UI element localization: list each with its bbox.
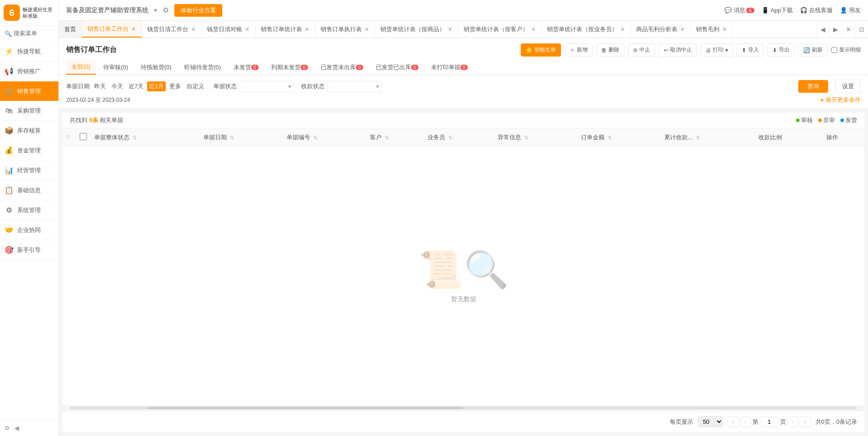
subtab-wangpu[interactable]: 旺铺待发货(0) [179,61,226,74]
subtab-shipped-not-out[interactable]: 已发货未出库0 [315,61,369,74]
smart-create-button[interactable]: ⭐ 智能生单 [521,43,561,57]
count-number: 0条 [89,117,98,123]
sidebar-item-marketing[interactable]: 📢 营销推广 [0,62,58,81]
scrollbar-thumb[interactable] [149,407,464,409]
delete-button[interactable]: 🗑 删除 [596,43,624,57]
subtab-unprinted[interactable]: 未打印单据0 [426,61,473,74]
page-input[interactable] [760,417,778,427]
tab-sales-exec[interactable]: 销售订单执行表 ✕ [315,21,375,38]
import-button[interactable]: ⬆ 导入 [737,43,764,57]
sidebar-item-sales[interactable]: 🛒 销售管理 [0,81,58,101]
th-status[interactable]: 单据整体状态 ⇅ [91,128,200,147]
search-button[interactable]: 查询 [798,80,828,93]
tab-close-icon[interactable]: ✕ [448,26,452,33]
tab-close-icon[interactable]: ✕ [722,26,727,33]
sidebar-item-guide[interactable]: 🎯 新手引导 [0,240,58,260]
topbar-gear-icon[interactable]: ⚙ [163,6,169,14]
date-link-yesterday[interactable]: 昨天 [92,81,108,91]
topbar-dropdown-arrow[interactable]: ▾ [154,7,157,14]
new-button[interactable]: ＋ 新增 [565,43,593,57]
sidebar-item-base[interactable]: 📋 基础信息 [0,180,58,200]
tab-sales-by-product[interactable]: 销货单统计表（按商品） ✕ [375,21,458,38]
tab-sales-workbench[interactable]: 销售订单工作台 ✕ [82,21,142,38]
tab-close-icon[interactable]: ✕ [305,26,309,33]
system-icon: ⚙ [5,206,14,214]
ship-action-button[interactable]: 发货 [840,116,857,124]
tab-close-icon[interactable]: ✕ [531,26,536,33]
tab-expand-button[interactable]: ⊡ [855,21,868,38]
status-select[interactable] [240,81,294,92]
tab-close-icon[interactable]: ✕ [245,26,249,33]
tab-close-icon[interactable]: ✕ [620,26,625,33]
scrollbar-area[interactable] [62,405,864,411]
print-button[interactable]: 🖨 打印 ▾ [700,43,733,57]
app-download-button[interactable]: 📱 App下载 [762,6,793,14]
select-all-checkbox[interactable] [80,133,87,140]
tab-cash-daily[interactable]: 钱货日清工作台 ✕ [142,21,201,38]
tab-next-button[interactable]: ▶ [829,21,842,38]
date-link-today[interactable]: 今天 [110,81,125,91]
sidebar-item-quick-nav[interactable]: ⚡ 快捷导航 [0,42,58,62]
sidebar-item-purchase[interactable]: 🛍 采购管理 [0,101,58,121]
last-page-button[interactable]: » [800,417,811,427]
sidebar-item-finance[interactable]: 💰 资金管理 [0,141,58,161]
user-button[interactable]: 👤 用友 [840,6,861,14]
sidebar-collapse-icon[interactable]: ◀ [14,425,19,431]
th-amount[interactable]: 订单金额 ⇅ [577,128,661,147]
tab-close-icon[interactable]: ✕ [131,26,136,32]
sidebar-search[interactable]: 🔍 搜索菜单 [0,26,58,42]
th-salesperson[interactable]: 业务员 ⇅ [424,128,494,147]
tab-cash-reconcile[interactable]: 钱货日清对账 ✕ [201,21,255,38]
expand-filter-button[interactable]: ▾ 展开更多条件 [820,96,861,104]
first-page-button[interactable]: « [728,417,739,427]
setting-button[interactable]: 设置 [835,80,861,93]
review-action-button[interactable]: 审核 [796,116,813,124]
subtab-pending-review[interactable]: 待审核(0) [98,61,134,74]
tab-close-icon[interactable]: ✕ [680,26,685,33]
prev-page-button[interactable]: ‹ [741,417,751,427]
tab-prev-button[interactable]: ◀ [816,21,829,38]
next-page-button[interactable]: › [788,417,798,427]
th-abnormal[interactable]: 异常信息 ⇅ [494,128,577,147]
payment-select[interactable] [327,81,382,92]
sidebar-item-system[interactable]: ⚙ 系统管理 [0,200,58,220]
solution-button[interactable]: 体验行业方案 [174,4,222,17]
date-link-custom[interactable]: 自定义 [185,81,206,91]
subtab-pending-check[interactable]: 待拣验货(0) [135,61,177,74]
tab-home[interactable]: 首页 [59,21,82,38]
messages-button[interactable]: 💬 消息 6 [724,6,754,14]
sidebar-item-enterprise[interactable]: 🤝 企业协同 [0,220,58,240]
refresh-button[interactable]: 🔄 刷新 [798,43,828,57]
tab-close-icon[interactable]: ✕ [364,26,369,33]
anti-review-action-button[interactable]: 弃审 [818,116,835,124]
online-service-button[interactable]: 🎧 在线客服 [800,6,833,14]
sidebar-item-inventory[interactable]: 📦 库存核算 [0,121,58,141]
subtab-all[interactable]: 全部(0) [66,60,96,75]
tab-sales-by-staff[interactable]: 销货单统计表（按业务员） ✕ [542,21,631,38]
show-detail-checkbox[interactable] [831,47,837,53]
subtab-overdue[interactable]: 到期未发货0 [266,61,313,74]
show-detail-label[interactable]: 显示明细 [831,46,861,54]
tab-sales-stats[interactable]: 销售订单统计表 ✕ [255,21,315,38]
date-link-more[interactable]: 更多 [168,81,183,91]
tab-profit[interactable]: 商品毛利分析表 ✕ [631,21,691,38]
tab-sales-by-customer[interactable]: 销货单统计表（按客户） ✕ [458,21,542,38]
export-button[interactable]: ⬇ 导出 [767,43,795,57]
date-link-7days[interactable]: 近7天 [127,81,145,91]
subtab-shipped-out[interactable]: 已发货已出库0 [370,61,424,74]
th-collected[interactable]: 累计收款... ⇅ [661,128,755,147]
date-link-1month[interactable]: 近1月 [147,81,166,91]
subtab-unshipped[interactable]: 未发货0 [228,61,264,74]
th-customer[interactable]: 客户 ⇅ [366,128,424,147]
page-size-select[interactable]: 10 20 50 100 [698,416,723,427]
tab-close-all-button[interactable]: ✕ [842,21,855,38]
filter-date-item: 单据日期 昨天 今天 近7天 近1月 更多 自定义 [66,81,206,91]
th-date[interactable]: 单据日期 ⇅ [200,128,283,147]
th-number[interactable]: 单据编号 ⇅ [283,128,366,147]
cancel-stop-button[interactable]: ↩ 取消中止 [659,43,697,57]
sidebar-settings-icon[interactable]: ⚙ [5,425,10,431]
tab-close-icon[interactable]: ✕ [191,26,196,33]
tab-sales-profit[interactable]: 销售毛利 ✕ [691,21,733,38]
sidebar-item-operations[interactable]: 📊 经营管理 [0,161,58,180]
stop-button[interactable]: ⊘ 中止 [628,43,655,57]
